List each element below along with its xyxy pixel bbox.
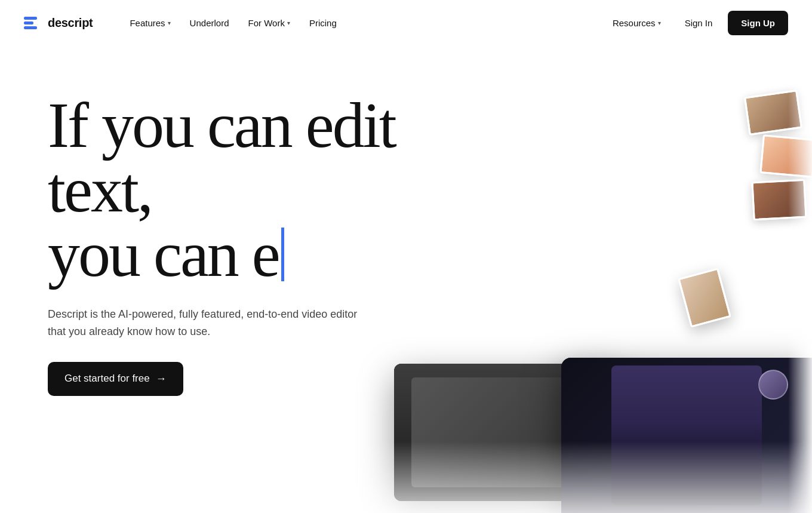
- cta-label: Get started for free: [64, 373, 150, 385]
- signup-button[interactable]: Sign Up: [728, 11, 788, 35]
- hero-headline-line2: you can e: [48, 222, 454, 287]
- nav-links: Features ▾ Underlord For Work ▾ Pricing: [121, 13, 604, 33]
- hero-text-block: If you can edit text, you can e Descript…: [48, 93, 454, 396]
- hero-headline-line1: If you can edit text,: [48, 93, 454, 222]
- features-chevron-icon: ▾: [168, 20, 171, 26]
- nav-link-pricing[interactable]: Pricing: [301, 13, 345, 33]
- navbar: descript Features ▾ Underlord For Work ▾…: [0, 0, 812, 45]
- screen-avatar: [758, 370, 788, 400]
- typing-cursor: [281, 228, 284, 281]
- nav-forwork-label: For Work: [248, 18, 284, 28]
- nav-pricing-label: Pricing: [309, 18, 337, 28]
- hero-headline-typing-text: you can e: [48, 222, 279, 287]
- nav-right: Resources ▾ Sign In Sign Up: [604, 11, 788, 35]
- nav-link-resources[interactable]: Resources ▾: [604, 13, 669, 33]
- nav-link-for-work[interactable]: For Work ▾: [239, 13, 298, 33]
- resources-chevron-icon: ▾: [658, 20, 661, 26]
- hero-bottom-fade: [0, 441, 812, 513]
- nav-underlord-label: Underlord: [190, 18, 229, 28]
- arrow-icon: →: [156, 373, 167, 385]
- signin-button[interactable]: Sign In: [674, 12, 724, 34]
- hero-section: If you can edit text, you can e Descript…: [0, 45, 812, 513]
- nav-link-underlord[interactable]: Underlord: [182, 13, 238, 33]
- nav-link-features[interactable]: Features ▾: [121, 13, 179, 33]
- logo-text: descript: [48, 16, 93, 30]
- logo[interactable]: descript: [24, 13, 93, 32]
- logo-icon: [24, 13, 43, 32]
- hero-subtitle: Descript is the AI-powered, fully featur…: [48, 306, 358, 340]
- nav-features-label: Features: [130, 18, 165, 28]
- nav-resources-label: Resources: [613, 18, 656, 28]
- cta-button[interactable]: Get started for free →: [48, 362, 183, 396]
- right-fade: [788, 45, 812, 513]
- forwork-chevron-icon: ▾: [287, 20, 290, 26]
